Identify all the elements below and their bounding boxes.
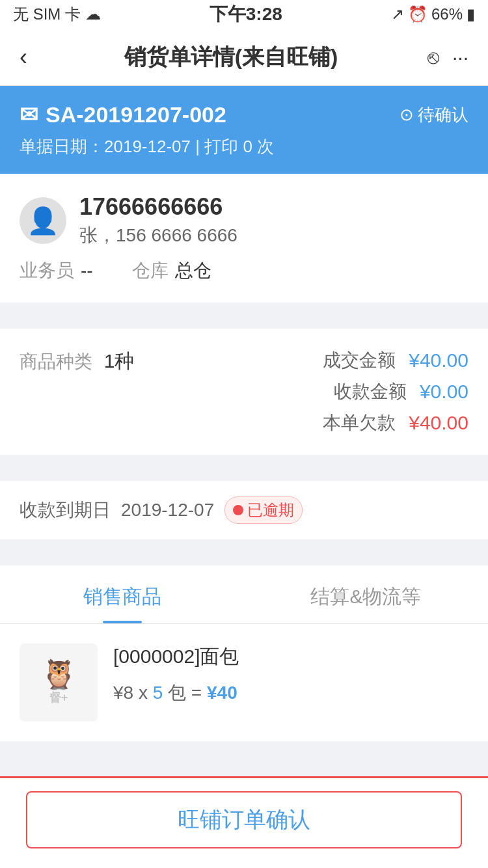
- due-date-value: 2019-12-07: [121, 500, 214, 521]
- overdue-badge: 已逾期: [224, 496, 303, 524]
- tab-settlement-label: 结算&物流等: [310, 586, 421, 607]
- share-icon[interactable]: ⎋: [427, 46, 439, 68]
- owed-row: 本单欠款 ¥40.00: [323, 411, 468, 435]
- sales-value: --: [81, 260, 93, 281]
- sales-meta: 业务员 --: [20, 258, 93, 283]
- order-icon: ✉: [20, 102, 38, 128]
- category-info: 商品种类 1种: [20, 348, 134, 375]
- product-name: [0000002]面包: [113, 644, 468, 670]
- divider-3: [0, 552, 488, 565]
- owl-icon: 🦉: [41, 660, 77, 688]
- multiply-symbol: x: [139, 683, 153, 703]
- confirm-order-button[interactable]: 旺铺订单确认: [26, 791, 462, 848]
- order-id-text: SA-20191207-002: [46, 102, 226, 128]
- status-bar: 无 SIM 卡 ☁ 下午3:28 ↗ ⏰ 66% ▮: [0, 0, 488, 29]
- due-date-section: 收款到期日 2019-12-07 已逾期: [0, 481, 488, 539]
- category-label: 商品种类: [20, 351, 92, 372]
- category-value: 1种: [104, 350, 135, 372]
- more-icon[interactable]: ···: [452, 46, 468, 68]
- product-calc: ¥8 x 5 包 = ¥40: [113, 681, 468, 705]
- overdue-dot-icon: [233, 505, 243, 515]
- status-right: ↗ ⏰ 66% ▮: [391, 5, 475, 23]
- transaction-value: ¥40.00: [409, 349, 468, 372]
- order-date-value: 2019-12-07: [104, 137, 191, 156]
- divider-2: [0, 468, 488, 481]
- owed-value: ¥40.00: [409, 412, 468, 434]
- tab-settlement[interactable]: 结算&物流等: [244, 565, 488, 623]
- product-unit: 包: [168, 683, 186, 703]
- received-label: 收款金额: [334, 379, 407, 404]
- warehouse-label: 仓库: [132, 258, 169, 283]
- tab-sales-product[interactable]: 销售商品: [0, 565, 244, 623]
- customer-row: 👤 17666666666 张，156 6666 6666: [20, 193, 468, 248]
- customer-section: 👤 17666666666 张，156 6666 6666 业务员 -- 仓库 …: [0, 174, 488, 303]
- sales-label: 业务员: [20, 258, 74, 283]
- product-total: ¥40: [207, 683, 237, 703]
- tab-active-indicator: [103, 621, 142, 623]
- overdue-text: 已逾期: [247, 500, 294, 521]
- tab-sales-product-label: 销售商品: [83, 586, 161, 607]
- due-label: 收款到期日: [20, 498, 111, 522]
- battery-level: 66%: [431, 5, 463, 23]
- confirm-order-label: 旺铺订单确认: [178, 805, 310, 835]
- nav-bar: ‹ 销货单详情(来自旺铺) ⎋ ···: [0, 29, 488, 86]
- avatar: 👤: [20, 197, 66, 244]
- print-info: 打印 0 次: [204, 137, 274, 156]
- order-status: ⊙ 待确认: [400, 103, 468, 126]
- order-header: ✉ SA-20191207-002 ⊙ 待确认 单据日期：2019-12-07 …: [0, 86, 488, 174]
- status-text: 待确认: [418, 103, 468, 126]
- equals-symbol: =: [191, 683, 207, 703]
- back-icon: ‹: [20, 44, 27, 70]
- tabs-row: 销售商品 结算&物流等: [0, 565, 488, 623]
- divider-1: [0, 316, 488, 329]
- warehouse-value: 总仓: [175, 258, 211, 283]
- product-qty: 5: [153, 683, 163, 703]
- confirm-button-wrap: 旺铺订单确认: [0, 776, 488, 868]
- product-info: [0000002]面包 ¥8 x 5 包 = ¥40: [113, 644, 468, 705]
- nav-actions: ⎋ ···: [403, 46, 468, 68]
- tabs-section: 销售商品 结算&物流等: [0, 565, 488, 624]
- page-title: 销货单详情(来自旺铺): [59, 42, 403, 72]
- clock-icon: ⊙: [400, 105, 414, 125]
- date-separator: |: [191, 137, 204, 156]
- order-date-row: 单据日期：2019-12-07 | 打印 0 次: [20, 135, 468, 158]
- received-row: 收款金额 ¥0.00: [323, 379, 468, 404]
- customer-details: 17666666666 张，156 6666 6666: [79, 193, 237, 248]
- customer-name: 张，156 6666 6666: [79, 223, 237, 248]
- back-button[interactable]: ‹: [20, 44, 59, 71]
- avatar-icon: 👤: [27, 206, 59, 236]
- thumb-inner: 🦉 督+: [41, 660, 77, 705]
- summary-section: 商品种类 1种 成交金额 ¥40.00 收款金额 ¥0.00 本单欠款 ¥40.…: [0, 329, 488, 455]
- status-time: 下午3:28: [210, 2, 282, 27]
- plus-label: 督+: [49, 690, 68, 705]
- sim-status: 无 SIM 卡 ☁: [13, 4, 101, 25]
- date-label: 单据日期：: [20, 137, 104, 156]
- owed-label: 本单欠款: [323, 411, 396, 435]
- amounts-section: 成交金额 ¥40.00 收款金额 ¥0.00 本单欠款 ¥40.00: [323, 348, 468, 435]
- battery-icon: ▮: [467, 5, 475, 23]
- order-id-row: ✉ SA-20191207-002: [20, 102, 226, 128]
- alarm-icon: ⏰: [408, 5, 427, 23]
- transaction-label: 成交金额: [323, 348, 396, 373]
- product-thumbnail: 🦉 督+: [20, 644, 98, 722]
- product-section: 🦉 督+ [0000002]面包 ¥8 x 5 包 = ¥40: [0, 624, 488, 741]
- status-left: 无 SIM 卡 ☁: [13, 4, 101, 25]
- transaction-row: 成交金额 ¥40.00: [323, 348, 468, 373]
- customer-phone: 17666666666: [79, 193, 237, 221]
- product-price: ¥8: [113, 683, 133, 703]
- product-card: 🦉 督+ [0000002]面包 ¥8 x 5 包 = ¥40: [0, 624, 488, 741]
- location-icon: ↗: [391, 5, 404, 23]
- customer-meta: 业务员 -- 仓库 总仓: [20, 258, 468, 283]
- warehouse-meta: 仓库 总仓: [132, 258, 211, 283]
- received-value: ¥0.00: [420, 381, 468, 403]
